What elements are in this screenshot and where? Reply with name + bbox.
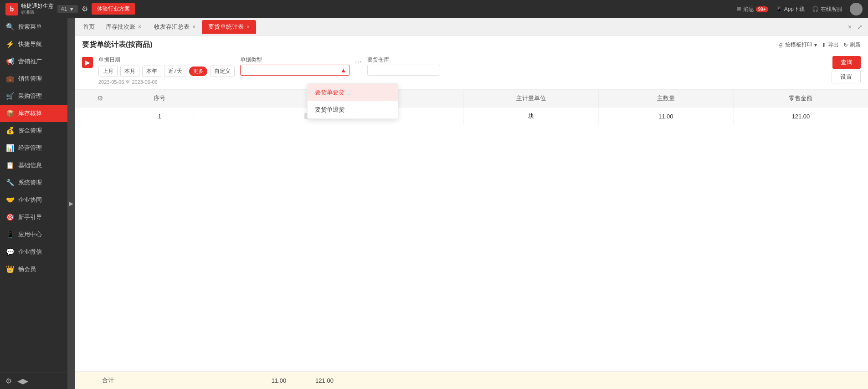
warehouse-filter-group: 要货仓库 — [367, 56, 440, 76]
sidebar-nav: 🔍 搜索菜单 ⚡ 快捷导航 📢 营销推广 💼 销售管理 🛒 采购管理 📦 库存核… — [0, 18, 67, 278]
sidebar-item-label-member: 畅会员 — [18, 265, 36, 273]
finance-icon: 💰 — [5, 127, 15, 135]
filter-more-btn[interactable]: ··· — [355, 57, 362, 67]
sidebar-item-finance[interactable]: 💰 资金管理 — [0, 122, 67, 139]
export-link[interactable]: ⬆ 导出 — [822, 41, 839, 49]
query-btn[interactable]: 查询 — [832, 56, 861, 69]
app-center-icon: 📱 — [5, 230, 15, 239]
last-7-days-btn[interactable]: 近7天 — [164, 66, 186, 77]
doc-type-input[interactable] — [240, 65, 349, 76]
headset-icon: 🎧 — [812, 6, 819, 12]
date-filter-row: 上月 本月 本年 近7天 更多 自定义 — [98, 66, 235, 77]
refresh-icon: ↻ — [843, 42, 848, 48]
user-avatar[interactable] — [850, 3, 863, 15]
header-settings-icon[interactable]: ⚙ — [82, 5, 88, 13]
doc-type-dropdown: 要货单要货 要货单退货 — [307, 83, 398, 119]
tab-close-inventory-batch[interactable]: × — [138, 24, 141, 30]
table-row: 1 块 11.00 121.00 — [75, 107, 868, 125]
phone-icon: 📱 — [776, 6, 782, 12]
tab-receivable-summary[interactable]: 收发存汇总表 × — [148, 20, 202, 34]
sidebar-item-label-marketing: 营销推广 — [18, 57, 42, 66]
table-header-row: ⚙ 序号 商品 主计量单位 主数量 零售金额 — [75, 90, 868, 107]
company-dropdown[interactable]: 41 ▼ — [57, 5, 78, 13]
filter-expand-btn[interactable]: ▶ — [82, 57, 93, 68]
last-month-btn[interactable]: 上月 — [98, 66, 118, 77]
this-month-btn[interactable]: 本月 — [120, 66, 139, 77]
tab-close-order-summary[interactable]: × — [247, 24, 250, 30]
this-year-btn[interactable]: 本年 — [142, 66, 161, 77]
operations-icon: 📊 — [5, 144, 15, 152]
system-icon: 🔧 — [5, 179, 15, 187]
sidebar-item-sales[interactable]: 💼 销售管理 — [0, 70, 67, 87]
sidebar-item-basic-info[interactable]: 📋 基础信息 — [0, 157, 67, 174]
main-layout: 🔍 搜索菜单 ⚡ 快捷导航 📢 营销推广 💼 销售管理 🛒 采购管理 📦 库存核… — [0, 18, 868, 389]
page-content: 要货单统计表(按商品) 🖨 按模板打印 ▾ ⬆ 导出 ↻ 刷新 — [75, 36, 868, 389]
td-unit-0: 块 — [463, 107, 598, 125]
sidebar-item-label-wechat: 企业微信 — [18, 248, 42, 256]
dropdown-item-order-goods[interactable]: 要货单要货 — [308, 84, 398, 101]
sidebar-item-inventory[interactable]: 📦 库存核算 — [0, 105, 67, 122]
th-amount: 零售金额 — [733, 90, 868, 107]
tab-order-summary[interactable]: 要货单统计表 × — [202, 20, 256, 34]
sidebar-item-label-sales: 销售管理 — [18, 75, 42, 83]
sidebar-item-quick-nav[interactable]: ⚡ 快捷导航 — [0, 36, 67, 53]
sidebar-collapse-btn[interactable]: ▶ — [67, 18, 75, 389]
date-range-text: 2023-05-06 至 2023-06-06 — [98, 79, 235, 86]
tab-inventory-batch[interactable]: 库存批次账 × — [99, 20, 148, 34]
page-actions: 🖨 按模板打印 ▾ ⬆ 导出 ↻ 刷新 — [778, 41, 861, 49]
sidebar-item-enterprise[interactable]: 🤝 企业协同 — [0, 191, 67, 209]
sidebar-item-system[interactable]: 🔧 系统管理 — [0, 174, 67, 191]
header-left: b 畅捷通好生意 标准版 41 ▼ ⚙ 体验行业方案 — [5, 3, 135, 15]
sidebar-item-search[interactable]: 🔍 搜索菜单 — [0, 18, 67, 36]
page-header: 要货单统计表(按商品) 🖨 按模板打印 ▾ ⬆ 导出 ↻ 刷新 — [75, 36, 868, 52]
sidebar-item-purchase[interactable]: 🛒 采购管理 — [0, 87, 67, 105]
footer-total-amount: 121.00 — [302, 377, 347, 384]
online-service-item[interactable]: 🎧 在线客服 — [812, 5, 842, 13]
sidebar-item-marketing[interactable]: 📢 营销推广 — [0, 53, 67, 70]
inventory-icon: 📦 — [5, 109, 15, 118]
industry-button[interactable]: 体验行业方案 — [92, 3, 135, 15]
sidebar-item-label-inventory: 库存核算 — [18, 109, 42, 118]
more-date-btn[interactable]: 更多 — [189, 67, 207, 76]
td-amount-0: 121.00 — [733, 107, 868, 125]
th-qty: 主数量 — [598, 90, 733, 107]
total-label: 合计 — [97, 376, 119, 384]
th-settings: ⚙ — [75, 90, 125, 107]
print-template-link[interactable]: 🖨 按模板打印 ▾ — [778, 41, 817, 49]
dropdown-item-order-return[interactable]: 要货单退货 — [308, 101, 398, 118]
warehouse-label: 要货仓库 — [367, 56, 440, 64]
sidebar: 🔍 搜索菜单 ⚡ 快捷导航 📢 营销推广 💼 销售管理 🛒 采购管理 📦 库存核… — [0, 18, 67, 389]
th-index: 序号 — [125, 90, 194, 107]
filter-settings-btn[interactable]: 设置 — [832, 71, 861, 83]
app-download-item[interactable]: 📱 App下载 — [776, 5, 805, 13]
close-all-tabs-btn[interactable]: × — [846, 22, 853, 31]
sidebar-collapse-icon[interactable]: ◀▶ — [17, 377, 28, 385]
table-settings-icon[interactable]: ⚙ — [97, 94, 103, 102]
custom-date-btn[interactable]: 自定义 — [210, 66, 235, 77]
sidebar-item-member[interactable]: 👑 畅会员 — [0, 261, 67, 278]
enterprise-icon: 🤝 — [5, 196, 15, 204]
message-item[interactable]: ✉ 消息 99+ — [737, 5, 768, 13]
sidebar-item-app-center[interactable]: 📱 应用中心 — [0, 226, 67, 243]
filter-actions: 查询 设置 — [832, 56, 861, 83]
tab-bar: 首页 库存批次账 × 收发存汇总表 × 要货单统计表 × × ⤢ — [75, 18, 868, 36]
doc-type-select-wrapper: ▲ — [240, 65, 349, 76]
tab-home[interactable]: 首页 — [78, 20, 99, 34]
filter-bar: ▶ 单据日期 上月 本月 本年 近7天 更多 自定义 2023-05-06 至 … — [75, 52, 868, 90]
date-filter-group: 单据日期 上月 本月 本年 近7天 更多 自定义 2023-05-06 至 20… — [98, 56, 235, 86]
refresh-link[interactable]: ↻ 刷新 — [843, 41, 861, 49]
sidebar-item-wechat[interactable]: 💬 企业微信 — [0, 243, 67, 261]
warehouse-input[interactable] — [367, 65, 440, 76]
sidebar-item-guide[interactable]: 🎯 新手引导 — [0, 209, 67, 226]
logo-text: 畅捷通好生意 标准版 — [21, 3, 54, 15]
sidebar-settings-icon[interactable]: ⚙ — [5, 377, 12, 385]
guide-icon: 🎯 — [5, 213, 15, 221]
member-icon: 👑 — [5, 265, 15, 273]
page-title: 要货单统计表(按商品) — [82, 40, 153, 50]
doc-type-arrow-icon[interactable]: ▲ — [340, 67, 347, 74]
expand-tab-btn[interactable]: ⤢ — [855, 22, 864, 31]
tab-close-receivable[interactable]: × — [192, 24, 195, 30]
table-footer: 合计 11.00 121.00 — [75, 371, 868, 389]
sidebar-item-operations[interactable]: 📊 经营管理 — [0, 139, 67, 157]
sidebar-item-label-system: 系统管理 — [18, 179, 42, 187]
